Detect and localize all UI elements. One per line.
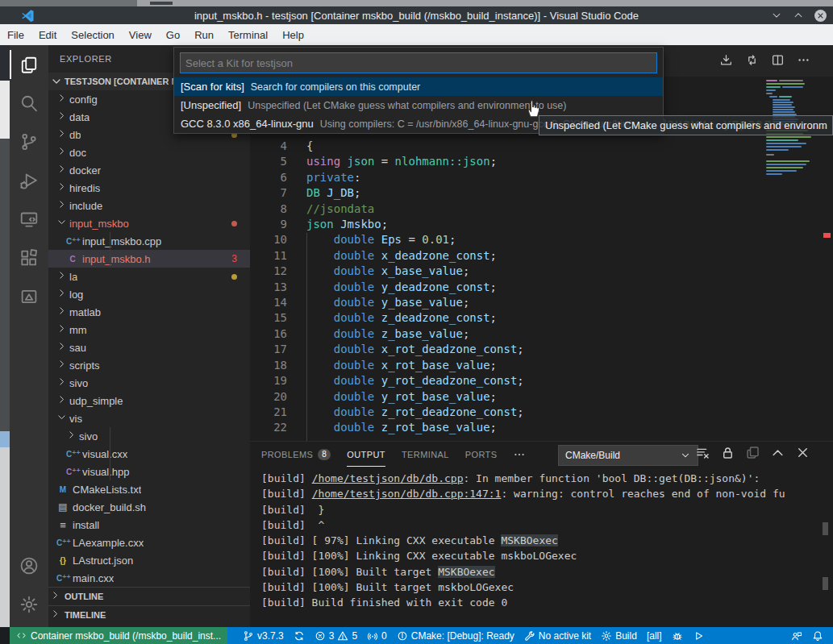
tree-item-label: visual.hpp: [82, 466, 130, 478]
code-line: 12 double x_base_value;: [250, 264, 758, 279]
panel-scrollbar-mark[interactable]: [823, 577, 828, 590]
tree-item-main-cxx[interactable]: C⁺⁺main.cxx: [48, 569, 250, 587]
statusbar-git-branch-version[interactable]: v3.7.3: [238, 627, 289, 644]
activity-item-remote-explorer[interactable]: [10, 200, 48, 239]
menubar: FileEditSelectionViewGoRunTerminalHelp: [0, 24, 833, 46]
swap-header-source-button[interactable]: [745, 53, 759, 67]
statusbar-build-button[interactable]: Build: [596, 627, 642, 644]
activity-item-search[interactable]: [10, 84, 48, 123]
menu-item-file[interactable]: File: [0, 29, 31, 41]
tree-item-visual-hpp[interactable]: C⁺⁺visual.hpp: [48, 463, 250, 480]
code-line: 19 double y_rot_deadzone_const;: [250, 373, 758, 388]
quickpick-item-1[interactable]: [Unspecified]Unspecified (Let CMake gues…: [174, 96, 663, 114]
install-tray-button[interactable]: [719, 53, 733, 67]
panel-tab-problems[interactable]: PROBLEMS8: [261, 442, 331, 467]
tree-item-vis[interactable]: vis: [48, 409, 250, 427]
split-editor-button[interactable]: [771, 53, 785, 67]
menu-item-edit[interactable]: Edit: [31, 29, 64, 41]
maximize-panel-button[interactable]: [770, 445, 785, 460]
statusbar-problems[interactable]: 35: [310, 627, 362, 644]
section-outline[interactable]: OUTLINE: [48, 587, 250, 605]
tree-item-laexample-cxx[interactable]: C⁺⁺LAexample.cxx: [48, 534, 250, 551]
tree-item-label: input_mskbo.cpp: [82, 235, 161, 247]
more-panel-tabs-button[interactable]: [513, 448, 526, 461]
statusbar-text: 5: [352, 630, 357, 642]
open-in-editor-button[interactable]: [745, 445, 760, 460]
tree-item-cmakelists-txt[interactable]: MCMakeLists.txt: [48, 480, 250, 498]
output-log[interactable]: [build] /home/testjson/db/db.cpp: In mem…: [261, 471, 831, 625]
statusbar-sync[interactable]: [289, 627, 310, 644]
chevron-down-icon: [680, 450, 691, 461]
remote-indicator[interactable]: Container mskbo_build (/mskbo_build_inst…: [10, 627, 227, 644]
menu-item-view[interactable]: View: [122, 29, 159, 41]
tree-item-matlab[interactable]: matlab: [48, 303, 250, 321]
menu-item-run[interactable]: Run: [187, 29, 221, 41]
panel-tab-output[interactable]: OUTPUT: [347, 442, 385, 467]
code-area[interactable]: 4{5using json = nlohmann::json;6private:…: [250, 139, 758, 436]
tree-item-udp-simple[interactable]: udp_simple: [48, 392, 250, 409]
panel-scrollbar-mark[interactable]: [823, 522, 828, 535]
output-line: [build] /home/testjson/db/db.cpp: In mem…: [261, 471, 831, 486]
background-window-strip: [0, 0, 833, 6]
tree-item-include[interactable]: include: [48, 197, 250, 214]
tree-item-hiredis[interactable]: hiredis: [48, 179, 250, 197]
activity-item-source-control[interactable]: [10, 123, 48, 161]
activity-item-cmake[interactable]: [10, 277, 48, 316]
output-channel-dropdown[interactable]: CMake/Build: [558, 445, 698, 466]
statusbar-cmake-status[interactable]: CMake: [Debug]: Ready: [392, 627, 519, 644]
statusbar-broadcast-count[interactable]: 0: [362, 627, 392, 644]
tree-item-sivo[interactable]: sivo: [48, 374, 250, 392]
minimize-button[interactable]: [771, 10, 782, 21]
tree-item-label: udp_simple: [69, 395, 123, 407]
tree-item-sau[interactable]: sau: [48, 339, 250, 356]
more-actions-button[interactable]: [797, 53, 810, 67]
tree-item-la[interactable]: la: [48, 268, 250, 285]
tree-item-scripts[interactable]: scripts: [48, 356, 250, 374]
panel-tab-terminal[interactable]: TERMINAL: [402, 442, 449, 467]
statusbar-launch-button[interactable]: [688, 627, 709, 644]
file-type-icon: C: [66, 255, 79, 264]
tree-item-sivo[interactable]: sivo: [48, 427, 250, 445]
background-sliver: [0, 139, 10, 431]
statusbar-feedback[interactable]: [786, 627, 807, 644]
close-panel-button[interactable]: [795, 445, 810, 460]
menu-item-help[interactable]: Help: [275, 29, 311, 41]
panel-tab-ports[interactable]: PORTS: [465, 442, 498, 467]
quickpick-item-0[interactable]: [Scan for kits]Search for compilers on t…: [174, 77, 663, 96]
statusbar-build-target[interactable]: [all]: [642, 627, 667, 644]
minimap-code-line: [766, 173, 782, 175]
lock-scrolling-button[interactable]: [720, 445, 735, 460]
quickpick-input[interactable]: [180, 52, 657, 73]
menu-item-go[interactable]: Go: [159, 29, 187, 41]
tree-item-mm[interactable]: mm: [48, 321, 250, 339]
tree-item-input-mskbo-h[interactable]: Cinput_mskbo.h3: [48, 250, 250, 268]
menu-item-terminal[interactable]: Terminal: [221, 29, 275, 41]
section-timeline[interactable]: TIMELINE: [48, 605, 250, 624]
quickpick-item-description: Search for compilers on this computer: [251, 81, 421, 93]
tree-item-install[interactable]: ≡install: [48, 516, 250, 534]
quickpick-item-label: [Unspecified]: [181, 99, 241, 111]
activity-item-extensions[interactable]: [10, 239, 48, 277]
maximize-button[interactable]: [793, 10, 804, 21]
tree-indent-guide: [110, 232, 110, 250]
close-button[interactable]: [814, 10, 827, 22]
statusbar-notifications[interactable]: [807, 627, 828, 644]
tree-item-visual-cxx[interactable]: C⁺⁺visual.cxx: [48, 445, 250, 463]
tree-item-input-mskbo[interactable]: input_mskbo: [48, 214, 250, 232]
tree-item-docker-build-sh[interactable]: ▤docker_build.sh: [48, 498, 250, 516]
activity-item-run-and-debug[interactable]: [10, 161, 48, 200]
line-number: 21: [250, 405, 287, 420]
activity-item-accounts[interactable]: [10, 546, 48, 585]
tree-item-docker[interactable]: docker: [48, 161, 250, 179]
statusbar-active-kit[interactable]: No active kit: [519, 627, 596, 644]
clear-output-button[interactable]: [695, 445, 710, 460]
tree-item-log[interactable]: log: [48, 285, 250, 303]
activity-item-settings[interactable]: [10, 585, 48, 624]
statusbar-debug-button[interactable]: [667, 627, 688, 644]
tree-item-lastruct-json[interactable]: {}LAstruct.json: [48, 551, 250, 569]
minimap-code-line: [769, 96, 777, 98]
menu-item-selection[interactable]: Selection: [64, 29, 121, 41]
tree-item-input-mskbo-cpp[interactable]: C⁺⁺input_mskbo.cpp: [48, 232, 250, 250]
activity-item-explorer[interactable]: [10, 45, 48, 84]
tree-item-doc[interactable]: doc: [48, 143, 250, 161]
